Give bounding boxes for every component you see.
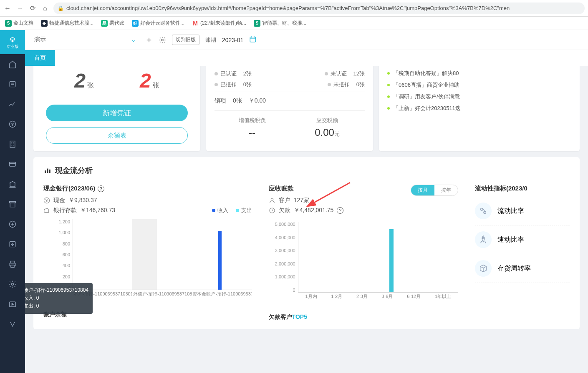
- box-icon: [475, 260, 492, 277]
- svg-rect-0: [10, 81, 15, 87]
- bookmark-item[interactable]: 易易代账: [101, 20, 124, 27]
- svg-point-11: [12, 283, 14, 285]
- add-icon[interactable]: [145, 36, 153, 44]
- by-year-pill[interactable]: 按年: [434, 185, 458, 195]
- gear-icon[interactable]: [159, 36, 166, 44]
- clock-icon: [269, 207, 275, 214]
- news-item[interactable]: 「上新」好会计20230511迭: [387, 103, 571, 114]
- reload-icon[interactable]: ⟳: [28, 4, 37, 13]
- switch-version-button[interactable]: 切到旧版: [172, 35, 199, 45]
- news-item[interactable]: 「0606直播」商贸企业辅助: [387, 79, 571, 91]
- svg-rect-14: [250, 37, 256, 42]
- voucher-icon[interactable]: [0, 74, 25, 94]
- help-icon[interactable]: ?: [98, 185, 104, 192]
- chevron-down-icon: ⌄: [131, 36, 136, 43]
- bookmark-item[interactable]: ◆畅捷通信息技术股...: [41, 20, 93, 27]
- bank-icon[interactable]: [0, 174, 25, 194]
- svg-rect-15: [45, 170, 46, 173]
- news-item[interactable]: 「调研」用友客户/伙伴满意: [387, 91, 571, 103]
- building-icon[interactable]: [0, 134, 25, 154]
- chart-tooltip: 外债户-招行-110906953710804 收入: 0 支出: 0: [25, 283, 93, 314]
- liquidity-item[interactable]: 速动比率: [475, 225, 570, 254]
- period-value: 2023-01: [222, 37, 243, 43]
- voucher-card: 2张 2张 新增凭证 余额表: [33, 66, 200, 151]
- liquidity-title: 流动性指标(2023/0: [475, 185, 527, 193]
- svg-point-22: [480, 208, 483, 211]
- customer-count: 127家: [294, 197, 309, 204]
- export-icon[interactable]: [0, 234, 25, 254]
- v-icon[interactable]: [0, 314, 25, 334]
- voucher-count-b: 2: [140, 70, 151, 92]
- liquidity-item[interactable]: 流动比率: [475, 197, 570, 225]
- new-voucher-button[interactable]: 新增凭证: [46, 105, 188, 121]
- bookmarks-bar: S金山文档 ◆畅捷通信息技术股... 易易代账 好好会计云财务软件... M(2…: [0, 17, 588, 30]
- period-label: 账期: [205, 36, 216, 44]
- company-name: 演示: [34, 36, 46, 43]
- cashflow-title: 现金流分析: [43, 165, 570, 175]
- address-bar[interactable]: 🔒 cloud.chanjet.com/accounting/uw1eb00zy…: [53, 3, 585, 14]
- tab-bar: 首页: [25, 50, 588, 66]
- svg-point-19: [271, 198, 273, 200]
- card-icon[interactable]: [0, 154, 25, 174]
- user-icon: [269, 197, 275, 204]
- topbar: 演示 ⌄ 切到旧版 账期 2023-01: [25, 30, 588, 50]
- url-text: cloud.chanjet.com/accounting/uw1eb00zy96…: [66, 5, 510, 11]
- svg-rect-17: [49, 170, 50, 173]
- svg-point-24: [482, 238, 484, 239]
- svg-point-13: [162, 39, 164, 41]
- tax-icon[interactable]: [0, 214, 25, 234]
- yen-icon: [43, 197, 50, 204]
- print-icon[interactable]: [0, 254, 25, 274]
- lock-icon: 🔒: [58, 5, 64, 11]
- content-area: 2张 2张 新增凭证 余额表 已认证 2张 未认证 12张 已抵扣 0张 未抵扣…: [25, 66, 588, 373]
- app-logo[interactable]: 专业版: [0, 30, 25, 54]
- company-selector[interactable]: 演示 ⌄: [31, 34, 139, 46]
- back-icon[interactable]: ←: [3, 4, 12, 13]
- forward-icon[interactable]: →: [16, 4, 24, 13]
- period-toggle: 按月 按年: [411, 185, 458, 196]
- bookmark-item[interactable]: S智能票、财、税推...: [254, 20, 306, 27]
- news-item[interactable]: 「税期自助化答疑」解决80: [387, 68, 571, 79]
- archive-icon[interactable]: [0, 194, 25, 214]
- tab-home[interactable]: 首页: [25, 50, 55, 66]
- bookmark-item[interactable]: S金山文档: [5, 20, 33, 27]
- bar-chart-icon: [43, 167, 52, 174]
- bank-small-icon: [43, 207, 50, 214]
- news-card: 辅助核算 ▶ 6月06日 14:00-15:00 立即 「税期自助化答疑」解决8…: [379, 66, 580, 151]
- brand-label: 专业版: [6, 44, 19, 50]
- svg-rect-2: [10, 141, 15, 148]
- balance-sheet-button[interactable]: 余额表: [46, 127, 188, 144]
- voucher-count-a: 2: [74, 70, 86, 92]
- bookmark-item[interactable]: 好好会计云财务软件...: [132, 20, 184, 27]
- svg-rect-3: [10, 162, 16, 166]
- help-icon[interactable]: ?: [337, 207, 343, 214]
- ratio-icon: [475, 203, 492, 219]
- home-icon[interactable]: [0, 54, 25, 74]
- report-icon[interactable]: [0, 94, 25, 114]
- by-month-pill[interactable]: 按月: [411, 185, 434, 195]
- liquidity-item[interactable]: 存货周转率: [475, 254, 570, 283]
- ar-chart: 5,000,0004,000,0003,000,0002,000,0001,00…: [269, 222, 458, 301]
- home-browser-icon[interactable]: ⌂: [41, 4, 49, 13]
- svg-rect-16: [47, 169, 48, 173]
- money-icon[interactable]: [0, 114, 25, 134]
- svg-rect-5: [10, 203, 15, 207]
- settings-icon[interactable]: [0, 274, 25, 294]
- cash-bank-title: 现金银行(2023/06): [43, 185, 95, 193]
- bookmark-item[interactable]: M(227封未读邮件)畅...: [192, 20, 246, 27]
- tax-card: 已认证 2张 未认证 12张 已抵扣 0张 未抵扣 0张 销项 0张 ￥0.00: [206, 66, 373, 151]
- svg-rect-8: [10, 261, 15, 263]
- sidebar: 专业版: [0, 30, 25, 373]
- video-icon[interactable]: [0, 294, 25, 314]
- ar-title: 应收账款: [269, 185, 294, 193]
- cashflow-section: 现金流分析 现金银行(2023/06) ? 现金 ￥9,830.37: [33, 157, 580, 329]
- calendar-icon[interactable]: [249, 35, 257, 45]
- rocket-icon: [475, 231, 492, 248]
- browser-toolbar: ← → ⟳ ⌂ 🔒 cloud.chanjet.com/accounting/u…: [0, 0, 588, 17]
